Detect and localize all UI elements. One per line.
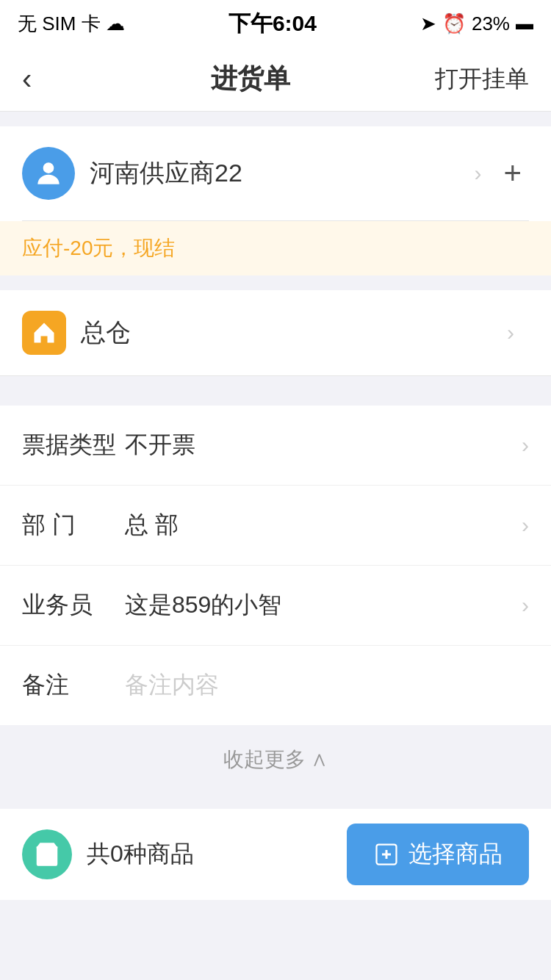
warehouse-name: 总仓 bbox=[81, 316, 507, 350]
alarm-icon: ⏰ bbox=[442, 12, 466, 35]
status-left: 无 SIM 卡 ☁ bbox=[18, 11, 125, 37]
invoice-type-chevron-icon: › bbox=[522, 433, 529, 458]
status-time: 下午6:04 bbox=[228, 9, 317, 39]
product-icon bbox=[22, 829, 72, 879]
supplier-name: 河南供应商22 bbox=[90, 156, 474, 190]
shopping-bag-icon bbox=[33, 840, 61, 868]
notice-bar: 应付-20元，现结 bbox=[0, 221, 551, 275]
add-supplier-button[interactable]: + bbox=[496, 156, 529, 191]
house-icon bbox=[31, 320, 57, 346]
battery-text: 23% bbox=[472, 12, 510, 35]
supplier-section: 河南供应商22 › + 应付-20元，现结 bbox=[0, 126, 551, 275]
invoice-type-label: 票据类型 bbox=[22, 429, 125, 461]
section-gap-2 bbox=[0, 275, 551, 290]
page-title: 进货单 bbox=[211, 61, 290, 97]
salesperson-label: 业务员 bbox=[22, 589, 125, 621]
svg-point-0 bbox=[43, 162, 54, 173]
department-label: 部 门 bbox=[22, 509, 125, 541]
form-section: 票据类型 不开票 › 部 门 总 部 › 业务员 这是859的小智 › 备注 备… bbox=[0, 406, 551, 725]
supplier-chevron-icon: › bbox=[474, 161, 481, 186]
collapse-bar[interactable]: 收起更多 ∧ bbox=[0, 725, 551, 794]
supplier-avatar bbox=[22, 147, 75, 200]
warehouse-chevron-icon: › bbox=[507, 320, 514, 345]
salesperson-chevron-icon: › bbox=[522, 593, 529, 618]
department-value: 总 部 bbox=[125, 509, 522, 541]
salesperson-row[interactable]: 业务员 这是859的小智 › bbox=[0, 566, 551, 646]
invoice-type-row[interactable]: 票据类型 不开票 › bbox=[0, 406, 551, 486]
bottom-bar: 共0种商品 选择商品 bbox=[0, 809, 551, 900]
select-product-button[interactable]: 选择商品 bbox=[347, 824, 529, 885]
product-count-text: 共0种商品 bbox=[87, 838, 347, 871]
status-right: ➤ ⏰ 23% ▬ bbox=[420, 12, 533, 35]
supplier-row[interactable]: 河南供应商22 › + bbox=[0, 126, 551, 220]
department-row[interactable]: 部 门 总 部 › bbox=[0, 486, 551, 566]
salesperson-value: 这是859的小智 bbox=[125, 589, 522, 621]
invoice-type-value: 不开票 bbox=[125, 429, 522, 461]
section-gap-1 bbox=[0, 112, 551, 126]
open-pending-button[interactable]: 打开挂单 bbox=[435, 63, 529, 96]
battery-icon: ▬ bbox=[516, 13, 533, 34]
signal-text: 无 SIM 卡 ☁ bbox=[18, 11, 125, 37]
page-background bbox=[0, 900, 551, 980]
remark-value[interactable]: 备注内容 bbox=[125, 669, 529, 702]
back-button[interactable]: ‹ bbox=[22, 62, 66, 96]
warehouse-section: 总仓 › bbox=[0, 290, 551, 376]
person-icon bbox=[32, 157, 65, 190]
warehouse-row[interactable]: 总仓 › bbox=[0, 290, 551, 376]
nav-bar: ‹ 进货单 打开挂单 bbox=[0, 47, 551, 112]
section-gap-4 bbox=[0, 794, 551, 809]
remark-row[interactable]: 备注 备注内容 bbox=[0, 646, 551, 725]
warehouse-icon bbox=[22, 311, 66, 355]
select-product-icon bbox=[373, 841, 400, 868]
section-gap-3 bbox=[0, 376, 551, 391]
location-icon: ➤ bbox=[420, 12, 436, 35]
select-product-label: 选择商品 bbox=[408, 838, 503, 871]
remark-label: 备注 bbox=[22, 669, 125, 702]
department-chevron-icon: › bbox=[522, 513, 529, 538]
status-bar: 无 SIM 卡 ☁ 下午6:04 ➤ ⏰ 23% ▬ bbox=[0, 0, 551, 47]
